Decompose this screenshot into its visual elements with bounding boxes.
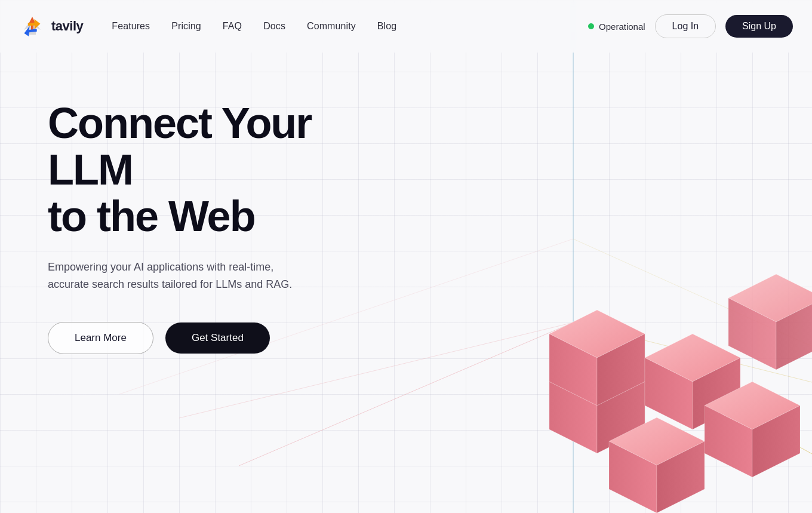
nav-link-features[interactable]: Features <box>112 21 150 31</box>
nav-link-faq[interactable]: FAQ <box>223 21 242 31</box>
hero-buttons: Learn More Get Started <box>48 322 370 354</box>
signup-button[interactable]: Sign Up <box>725 15 793 38</box>
nav-right: Operational Log In Sign Up <box>588 14 793 38</box>
logo-icon <box>19 13 45 39</box>
hero-subtitle: Empowering your AI applications with rea… <box>48 259 304 293</box>
logo-link[interactable]: tavily <box>19 13 83 39</box>
status-label: Operational <box>599 21 645 32</box>
nav-left: tavily Features Pricing FAQ Docs Communi… <box>19 13 396 39</box>
hero-title-line1: Connect Your LLM <box>48 99 311 193</box>
hero-title-line2: to the Web <box>48 192 255 240</box>
nav-item-pricing[interactable]: Pricing <box>171 21 201 32</box>
nav-link-docs[interactable]: Docs <box>263 21 285 31</box>
nav-item-faq[interactable]: FAQ <box>223 21 242 32</box>
nav-item-features[interactable]: Features <box>112 21 150 32</box>
nav-item-docs[interactable]: Docs <box>263 21 285 32</box>
learn-more-button[interactable]: Learn More <box>48 322 153 354</box>
nav-item-blog[interactable]: Blog <box>377 21 396 32</box>
login-button[interactable]: Log In <box>655 14 716 38</box>
get-started-button[interactable]: Get Started <box>165 322 270 354</box>
navbar: tavily Features Pricing FAQ Docs Communi… <box>0 0 812 53</box>
hero-section: Connect Your LLM to the Web Empowering y… <box>0 53 418 354</box>
nav-link-pricing[interactable]: Pricing <box>171 21 201 31</box>
nav-link-blog[interactable]: Blog <box>377 21 396 31</box>
nav-link-community[interactable]: Community <box>307 21 356 31</box>
hero-title: Connect Your LLM to the Web <box>48 100 370 239</box>
brand-name: tavily <box>51 19 83 34</box>
status-dot <box>588 23 594 29</box>
nav-links: Features Pricing FAQ Docs Community Blog <box>112 21 396 32</box>
status-indicator: Operational <box>588 21 645 32</box>
nav-item-community[interactable]: Community <box>307 21 356 32</box>
